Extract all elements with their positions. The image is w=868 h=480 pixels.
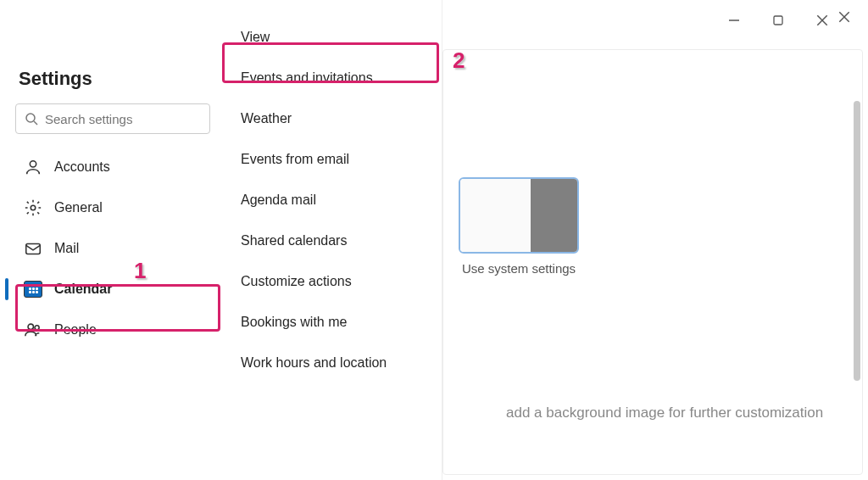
close-button[interactable] (812, 10, 832, 31)
theme-preview (459, 177, 579, 254)
svg-point-12 (35, 326, 39, 330)
annotation-number-2: 2 (453, 47, 465, 74)
scrollbar[interactable] (854, 101, 860, 381)
subnav-bookings[interactable]: Bookings with me (222, 302, 442, 343)
svg-point-11 (28, 324, 33, 329)
person-icon (24, 158, 42, 176)
sidebar-item-calendar[interactable]: Calendar (15, 270, 205, 309)
svg-rect-1 (774, 16, 782, 25)
search-settings[interactable] (15, 103, 210, 134)
maximize-button[interactable] (768, 10, 788, 31)
settings-content: Use system settings add a background ima… (442, 49, 863, 475)
gear-icon (24, 198, 42, 217)
sidebar-item-label: Accounts (54, 159, 110, 175)
subnav-shared-calendars[interactable]: Shared calendars (222, 220, 442, 261)
settings-nav: Accounts General Mail Calendar People (15, 148, 205, 349)
subnav-agenda-mail[interactable]: Agenda mail (222, 180, 442, 220)
calendar-subnav: View Events and invitations Weather Even… (222, 0, 442, 480)
sidebar-item-label: Calendar (54, 282, 112, 297)
minimize-button[interactable] (724, 10, 744, 31)
settings-sidebar: Settings Accounts General Mail Cal (0, 59, 220, 349)
people-icon (24, 321, 42, 339)
subnav-customize-actions[interactable]: Customize actions (222, 261, 442, 302)
sidebar-item-mail[interactable]: Mail (15, 229, 205, 268)
sidebar-item-people[interactable]: People (15, 310, 205, 349)
svg-point-8 (30, 161, 36, 167)
subnav-work-hours[interactable]: Work hours and location (222, 343, 442, 383)
annotation-number-1: 1 (134, 258, 146, 284)
subnav-view[interactable]: View (222, 17, 442, 58)
subnav-events-invitations[interactable]: Events and invitations (222, 58, 442, 98)
sidebar-item-label: General (54, 200, 103, 215)
settings-title: Settings (15, 59, 205, 103)
svg-line-7 (34, 121, 37, 125)
svg-point-9 (31, 205, 36, 210)
sidebar-item-label: Mail (54, 241, 79, 256)
sidebar-item-label: People (54, 322, 97, 338)
svg-rect-10 (26, 244, 41, 254)
sidebar-item-accounts[interactable]: Accounts (15, 148, 205, 187)
subnav-weather[interactable]: Weather (222, 98, 442, 139)
theme-option-system[interactable]: Use system settings (459, 177, 579, 277)
settings-window: Settings Accounts General Mail Cal (0, 0, 868, 480)
sidebar-item-general[interactable]: General (15, 188, 205, 227)
svg-point-6 (26, 114, 35, 122)
theme-label: Use system settings (459, 260, 579, 277)
calendar-icon (24, 280, 42, 299)
search-input[interactable] (45, 112, 206, 126)
search-icon (25, 112, 38, 126)
mail-icon (24, 239, 42, 258)
background-hint: add a background image for further custo… (506, 405, 823, 421)
subnav-events-from-email[interactable]: Events from email (222, 139, 442, 180)
close-button-dup[interactable] (834, 7, 854, 27)
